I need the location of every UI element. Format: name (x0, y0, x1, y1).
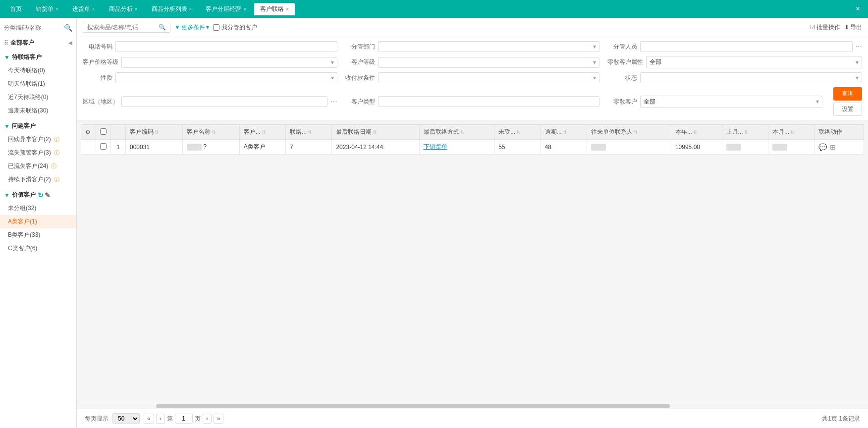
per-page-select[interactable]: 50 100 200 (112, 413, 140, 424)
close-sales-tab[interactable]: × (55, 6, 58, 12)
query-button[interactable]: 查询 (833, 87, 862, 101)
tab-purchase[interactable]: 进货单 × (66, 3, 101, 15)
scrollbar-thumb[interactable] (156, 404, 670, 408)
th-contact[interactable]: 联络... ⇅ (286, 125, 332, 140)
value-customers-header[interactable]: ▼ 价值客户 ↻ ✎ (0, 188, 76, 202)
sidebar-item-b-class[interactable]: B类客户(33) (0, 228, 76, 242)
next-page-button[interactable]: › (203, 414, 212, 424)
customer-level-select[interactable]: ▾ (378, 57, 600, 68)
sidebar-item-7days[interactable]: 近7天待联络(0) (0, 91, 76, 104)
th-overdue[interactable]: 逾期... ⇅ (541, 125, 587, 140)
sidebar-item-repurchase-anomaly[interactable]: 回购异常客户(2) ⓘ (0, 133, 76, 146)
pagination-bar: 每页显示 50 100 200 « ‹ 第 页 › » 共1页 1条记录 (77, 409, 868, 428)
sidebar-item-tomorrow[interactable]: 明天待联络(1) (0, 77, 76, 91)
th-this-year[interactable]: 本年... ⇅ (671, 125, 722, 140)
sidebar-item-today[interactable]: 今天待联络(0) (0, 64, 76, 77)
sidebar-all-customers[interactable]: ⠿ 全部客户 ◀ (0, 36, 76, 50)
th-code[interactable]: 客户编码 ⇅ (126, 125, 183, 140)
last-page-button[interactable]: » (214, 414, 224, 424)
pending-contact-header[interactable]: ▼ 待联络客户 (0, 51, 76, 64)
sort-overdue-icon: ⇅ (563, 129, 567, 135)
close-customer-tier-tab[interactable]: × (243, 6, 246, 12)
td-num: 1 (111, 140, 126, 155)
customer-type-input[interactable] (378, 96, 600, 107)
window-close-button[interactable]: × (852, 4, 864, 13)
more-filters-button[interactable]: ▼ 更多条件 ▾ (174, 23, 209, 32)
settings-gear-icon[interactable]: ⚙ (85, 129, 91, 136)
th-checkbox[interactable] (96, 125, 111, 140)
tab-product-analysis-list[interactable]: 商品分析列表 × (146, 3, 198, 15)
arrow-down-icon2: ▼ (4, 123, 10, 130)
this-month-placeholder (772, 144, 787, 151)
refresh-icon[interactable]: ↻ (38, 191, 44, 199)
td-checkbox[interactable] (96, 140, 111, 155)
sort-type-icon: ⇅ (262, 129, 266, 135)
sidebar-item-unclassified[interactable]: 未分组(32) (0, 202, 76, 215)
sidebar-search-input[interactable] (4, 24, 64, 31)
grid-dots-icon: ⠿ (4, 40, 8, 47)
price-level-select[interactable]: ▾ (121, 57, 337, 68)
th-last-method[interactable]: 最后联络方式 ⇅ (419, 125, 494, 140)
sidebar-item-declining[interactable]: 持续下滑客户(2) ⓘ (0, 173, 76, 186)
retail-customer-select[interactable]: 全部▾ (640, 96, 822, 108)
page-number-input[interactable] (175, 414, 193, 424)
th-no-contact[interactable]: 未联... ⇅ (494, 125, 541, 140)
settings-button[interactable]: 设置 (833, 103, 862, 116)
td-last-method[interactable]: 下销货单 (419, 140, 494, 155)
tab-product-analysis[interactable]: 商品分析 × (103, 3, 144, 15)
close-customer-contact-tab[interactable]: × (286, 6, 289, 12)
nature-select[interactable]: ▾ (115, 72, 337, 83)
last-method-link[interactable]: 下销货单 (424, 143, 447, 150)
problem-customers-header[interactable]: ▼ 问题客户 (0, 119, 76, 133)
row-checkbox[interactable] (100, 143, 107, 150)
manager-input[interactable] (640, 41, 852, 52)
td-overdue: 48 (541, 140, 587, 155)
region-dots-icon[interactable]: ··· (330, 98, 337, 106)
table-header-row: ⚙ 客户编码 ⇅ (81, 125, 864, 140)
dept-select[interactable]: ▾ (378, 41, 600, 52)
tab-sales[interactable]: 销货单 × (30, 3, 64, 15)
sidebar-item-churned[interactable]: 已流失客户(24) ⓘ (0, 160, 76, 173)
th-contact-person[interactable]: 往来单位联系人 ⇅ (587, 125, 671, 140)
td-this-year: 10995.00 (671, 140, 722, 155)
th-name[interactable]: 客户名称 ⇅ (182, 125, 239, 140)
phone-input[interactable] (115, 41, 337, 52)
sidebar-search-icon[interactable]: 🔍 (64, 24, 72, 32)
my-customers-checkbox[interactable] (213, 24, 219, 31)
th-last-date[interactable]: 最后联络日期 ⇅ (332, 125, 419, 140)
manager-label: 分管人员 (607, 43, 637, 51)
horizontal-scrollbar[interactable] (77, 403, 868, 409)
retail-attr-select[interactable]: 全部▾ (646, 56, 862, 68)
tab-customer-tier[interactable]: 客户分层经营 × (200, 3, 252, 15)
my-customers-checkbox-label[interactable]: 我分管的客户 (213, 23, 257, 32)
export-button[interactable]: ⬇ 导出 (844, 23, 862, 32)
manager-dots-icon[interactable]: ··· (856, 43, 862, 51)
per-page-label: 每页显示 (85, 415, 108, 423)
sidebar-item-churn-warning[interactable]: 流失预警客户(3) ⓘ (0, 146, 76, 160)
main-search-icon[interactable]: 🔍 (159, 24, 166, 31)
chat-icon[interactable]: 💬 (818, 143, 827, 151)
region-input[interactable] (121, 96, 327, 107)
first-page-button[interactable]: « (144, 414, 154, 424)
select-all-checkbox[interactable] (100, 128, 107, 135)
sidebar-item-overdue[interactable]: 逾期未联络(30) (0, 104, 76, 117)
th-last-month[interactable]: 上月... ⇅ (722, 125, 768, 140)
edit-icon[interactable]: ✎ (45, 191, 51, 199)
th-settings[interactable]: ⚙ (81, 125, 96, 140)
close-purchase-tab[interactable]: × (92, 6, 95, 12)
close-product-analysis-tab[interactable]: × (135, 6, 138, 12)
grid-action-icon[interactable]: ⊞ (830, 143, 836, 151)
sidebar-item-c-class[interactable]: C类客户(6) (0, 242, 76, 255)
batch-op-button[interactable]: ☑ 批量操作 (810, 23, 840, 32)
sort-this-year-icon: ⇅ (693, 129, 697, 135)
tab-customer-contact[interactable]: 客户联络 × (254, 3, 295, 15)
prev-page-button[interactable]: ‹ (156, 414, 165, 424)
sidebar-item-a-class[interactable]: A类客户(1) (0, 215, 76, 228)
payment-select[interactable]: ▾ (378, 72, 600, 83)
status-select[interactable]: ▾ (640, 72, 862, 83)
th-this-month[interactable]: 本月... ⇅ (768, 125, 814, 140)
close-product-analysis-list-tab[interactable]: × (189, 6, 192, 12)
tab-home[interactable]: 首页 (4, 3, 28, 15)
main-search-input[interactable] (87, 24, 157, 31)
th-type[interactable]: 客户... ⇅ (239, 125, 285, 140)
